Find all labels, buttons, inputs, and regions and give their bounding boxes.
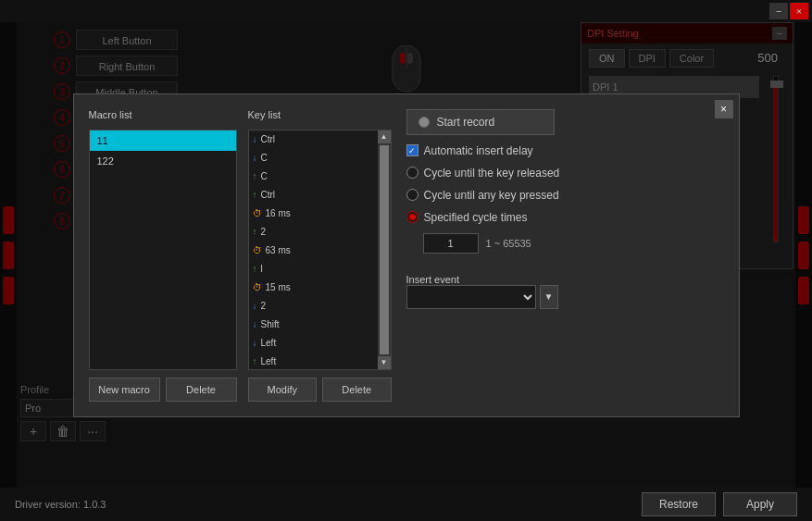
key-delete-button[interactable]: Delete [322, 378, 392, 402]
arrow-down-icon: ↓ [253, 301, 257, 311]
macro-item-1[interactable]: 11 [90, 130, 236, 151]
key-item-7: ⏱ 63 ms [249, 242, 378, 260]
key-list-panel: Key list ↓ Ctrl ↓ C [248, 109, 392, 402]
cycle-option-3-radio[interactable] [406, 211, 418, 223]
macro-left-panel: Macro list 11 122 New macro Delete [89, 109, 237, 402]
cycle-option-2-radio[interactable] [406, 189, 418, 201]
macro-panels: Macro list 11 122 New macro Delete Key l… [89, 109, 724, 402]
cycle-range-label: 1 ~ 65535 [486, 238, 531, 249]
key-list-buttons: Modify Delete [248, 378, 392, 402]
arrow-up-icon: ↑ [253, 356, 257, 366]
key-item-9: ⏱ 15 ms [249, 279, 378, 297]
key-scroll-down-button[interactable]: ▼ [378, 356, 391, 369]
key-item-12: ↓ Left [249, 334, 378, 353]
cycle-option-1-row: Cycle until the key released [406, 167, 724, 180]
cycle-option-2-row: Cycle until any key pressed [406, 189, 724, 202]
key-label-5: 16 ms [266, 208, 291, 218]
bottom-buttons: Restore Apply [642, 492, 797, 516]
key-item-6: ↑ 2 [249, 223, 378, 242]
key-label-12: Left [261, 338, 277, 348]
start-record-label: Start record [437, 116, 495, 129]
timer-icon: ⏱ [253, 245, 262, 255]
new-macro-button[interactable]: New macro [89, 378, 160, 402]
cycle-option-1-label: Cycle until the key released [424, 167, 560, 180]
key-item-4: ↑ Ctrl [249, 186, 378, 205]
key-item-11: ↓ Shift [249, 316, 378, 334]
key-list-label: Key list [248, 109, 392, 120]
insert-event-dropdown: Key Down Key Up Delay ▼ [406, 285, 724, 309]
arrow-up-icon: ↑ [253, 264, 257, 274]
modify-button[interactable]: Modify [248, 378, 318, 402]
arrow-up-icon: ↑ [253, 190, 257, 200]
key-item-3: ↑ C [249, 167, 378, 186]
arrow-down-icon: ↓ [253, 319, 257, 329]
key-label-8: l [261, 264, 263, 274]
cycle-value-input[interactable] [423, 233, 479, 254]
key-item-10: ↓ 2 [249, 297, 378, 316]
insert-event-select[interactable]: Key Down Key Up Delay [406, 285, 536, 309]
arrow-down-icon: ↓ [253, 134, 257, 144]
arrow-up-icon: ↑ [253, 171, 257, 181]
macro-dialog: × Macro list 11 122 New macro Delete [73, 93, 740, 417]
record-dot [418, 117, 430, 128]
macro-modal: × Macro list 11 122 New macro Delete [0, 22, 812, 488]
start-record-button[interactable]: Start record [406, 109, 555, 135]
minimize-button[interactable]: − [769, 3, 788, 19]
key-label-1: Ctrl [261, 134, 276, 144]
cycle-input-row: 1 ~ 65535 [423, 233, 724, 254]
cycle-option-1-radio[interactable] [406, 167, 418, 179]
timer-icon: ⏱ [253, 282, 262, 292]
macro-list: 11 122 [89, 130, 237, 370]
macro-list-label: Macro list [89, 109, 237, 120]
insert-event-label: Insert event [406, 274, 724, 285]
macro-close-button[interactable]: × [715, 100, 733, 118]
key-list-scrollbar: ▲ ▼ [378, 130, 391, 369]
key-item-2: ↓ C [249, 149, 378, 167]
dropdown-arrow-icon[interactable]: ▼ [540, 285, 558, 309]
arrow-down-icon: ↓ [253, 153, 257, 163]
auto-insert-delay-label: Automatic insert delay [424, 144, 533, 157]
arrow-down-icon: ↓ [253, 338, 257, 348]
key-label-4: Ctrl [261, 190, 276, 200]
key-label-7: 63 ms [266, 245, 291, 255]
delete-macro-button[interactable]: Delete [166, 378, 237, 402]
auto-insert-delay-row: Automatic insert delay [406, 144, 724, 157]
key-label-10: 2 [261, 301, 267, 311]
key-item-1: ↓ Ctrl [249, 130, 378, 149]
driver-version: Driver version: 1.0.3 [15, 499, 106, 510]
key-label-9: 15 ms [266, 282, 291, 292]
insert-event-section: Insert event Key Down Key Up Delay ▼ [406, 270, 724, 309]
timer-icon: ⏱ [253, 208, 262, 218]
restore-button[interactable]: Restore [642, 492, 716, 516]
record-panel: Start record Automatic insert delay Cycl… [403, 109, 724, 402]
title-bar: − × [0, 0, 812, 22]
bottom-bar: Driver version: 1.0.3 Restore Apply [0, 488, 812, 521]
key-label-2: C [261, 153, 268, 163]
main-window: − × 1 Left Button 2 Right Button [0, 0, 812, 521]
key-list: ↓ Ctrl ↓ C ↑ C [248, 130, 392, 370]
close-button[interactable]: × [790, 3, 808, 19]
macro-list-buttons: New macro Delete [89, 378, 237, 402]
key-label-11: Shift [261, 319, 280, 329]
content-area: 1 Left Button 2 Right Button 3 Middle Bu… [0, 22, 812, 488]
cycle-option-3-label: Specified cycle times [424, 211, 528, 224]
key-item-13: ↑ Left [249, 353, 378, 370]
cycle-option-2-label: Cycle until any key pressed [424, 189, 559, 202]
cycle-option-3-row: Specified cycle times [406, 211, 724, 224]
arrow-up-icon: ↑ [253, 227, 257, 237]
macro-item-2[interactable]: 122 [90, 151, 236, 171]
apply-button[interactable]: Apply [723, 492, 797, 516]
key-item-8: ↑ l [249, 260, 378, 279]
auto-insert-delay-checkbox[interactable] [406, 144, 418, 156]
key-item-5: ⏱ 16 ms [249, 205, 378, 223]
key-scroll-thumb[interactable] [380, 145, 389, 354]
key-label-13: Left [261, 356, 277, 366]
key-label-6: 2 [261, 227, 267, 237]
key-scroll-up-button[interactable]: ▲ [378, 130, 391, 143]
key-label-3: C [261, 171, 268, 181]
